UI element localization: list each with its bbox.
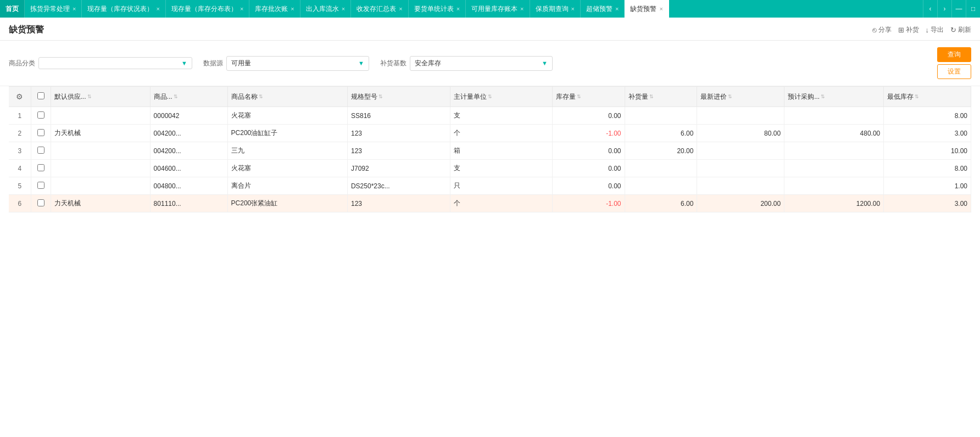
nav-tab-10[interactable]: 超储预警 × [581, 0, 625, 18]
select-all-checkbox[interactable] [37, 92, 44, 99]
table-row: 6 力天机械 801110... PC200张紧油缸 123 个 -1.00 6… [9, 195, 971, 212]
col-min-stock[interactable]: 最低库存 ⇅ [884, 87, 971, 107]
nav-tab-9[interactable]: 保质期查询 × [530, 0, 581, 18]
nav-tab-4[interactable]: 库存批次账 × [249, 0, 300, 18]
share-button[interactable]: ⎋ 分享 [872, 25, 892, 35]
nav-minimize-button[interactable]: — [951, 0, 966, 18]
row-latest-price-4 [697, 160, 784, 177]
nav-next-button[interactable]: › [937, 0, 951, 18]
close-tab-11[interactable]: × [659, 5, 662, 12]
query-button[interactable]: 查询 [937, 47, 971, 62]
nav-tab-7[interactable]: 要货单统计表 × [409, 0, 466, 18]
row-replenish-6: 6.00 [625, 195, 697, 212]
row-unit-5: 只 [450, 177, 553, 195]
row-code-2: 004200... [150, 125, 227, 142]
col-unit[interactable]: 主计量单位 ⇅ [450, 87, 553, 107]
nav-tab-2[interactable]: 现存量（库存状况表） × [82, 0, 165, 18]
table-row: 5 004800... 离合片 DS250*23c... 只 0.00 1.00 [9, 177, 971, 195]
close-tab-8[interactable]: × [520, 5, 524, 12]
export-button[interactable]: ↓ 导出 [926, 25, 944, 35]
nav-bar: 首页 拣货异常处理 × 现存量（库存状况表） × 现存量（库存分布表） × 库存… [0, 0, 980, 18]
row-min-stock-6: 3.00 [884, 195, 971, 212]
page-header: 缺货预警 ⎋ 分享 ⊞ 补货 ↓ 导出 ↻ 刷新 [0, 18, 980, 41]
sort-icon-code: ⇅ [174, 94, 178, 99]
row-unit-4: 支 [450, 160, 553, 177]
close-tab-4[interactable]: × [291, 5, 294, 12]
col-latest-price[interactable]: 最新进价 ⇅ [697, 87, 784, 107]
row-checkbox-5[interactable] [37, 182, 44, 189]
row-num-5: 5 [9, 177, 31, 195]
nav-arrows: ‹ › — □ [923, 0, 980, 18]
col-est-purchase[interactable]: 预计采购... ⇅ [784, 87, 884, 107]
nav-prev-button[interactable]: ‹ [923, 0, 937, 18]
row-stock-2: -1.00 [552, 125, 625, 142]
row-check-5[interactable] [31, 177, 51, 195]
replenish-icon: ⊞ [898, 26, 904, 34]
sort-icon-name: ⇅ [259, 94, 263, 99]
nav-tab-11[interactable]: 缺货预警 × [625, 0, 669, 18]
header-actions: ⎋ 分享 ⊞ 补货 ↓ 导出 ↻ 刷新 [872, 25, 972, 35]
row-checkbox-1[interactable] [37, 111, 44, 119]
row-replenish-2: 6.00 [625, 125, 697, 142]
refresh-button[interactable]: ↻ 刷新 [950, 25, 971, 35]
row-unit-2: 个 [450, 125, 553, 142]
sort-icon-spec: ⇅ [378, 94, 383, 99]
close-tab-7[interactable]: × [456, 5, 460, 12]
row-supplier-4 [51, 160, 150, 177]
nav-tab-3[interactable]: 现存量（库存分布表） × [166, 0, 249, 18]
replenish-select[interactable]: 安全库存 ▼ [410, 56, 553, 71]
replenish-label: 补货基数 [380, 59, 407, 68]
col-stock[interactable]: 库存量 ⇅ [552, 87, 625, 107]
close-tab-2[interactable]: × [156, 5, 159, 12]
close-tab-5[interactable]: × [342, 5, 345, 12]
close-tab-9[interactable]: × [571, 5, 575, 12]
close-tab-3[interactable]: × [240, 5, 243, 12]
row-supplier-1 [51, 107, 150, 125]
row-spec-5: DS250*23c... [347, 177, 450, 195]
col-replenish[interactable]: 补货量 ⇅ [625, 87, 697, 107]
row-checkbox-3[interactable] [37, 147, 44, 154]
col-code[interactable]: 商品... ⇅ [150, 87, 227, 107]
col-supplier[interactable]: 默认供应... ⇅ [51, 87, 150, 107]
row-name-1: 火花塞 [227, 107, 347, 125]
row-est-purchase-4 [784, 160, 884, 177]
row-stock-6: -1.00 [552, 195, 625, 212]
row-est-purchase-1 [784, 107, 884, 125]
col-spec[interactable]: 规格型号 ⇅ [347, 87, 450, 107]
row-check-1[interactable] [31, 107, 51, 125]
nav-tab-5[interactable]: 出入库流水 × [300, 0, 351, 18]
settings-button[interactable]: 设置 [937, 64, 971, 79]
row-code-1: 0000042 [150, 107, 227, 125]
col-name[interactable]: 商品名称 ⇅ [227, 87, 347, 107]
close-tab-10[interactable]: × [615, 5, 619, 12]
row-code-6: 801110... [150, 195, 227, 212]
row-checkbox-2[interactable] [37, 129, 44, 136]
close-tab-1[interactable]: × [73, 5, 76, 12]
row-check-4[interactable] [31, 160, 51, 177]
row-check-6[interactable] [31, 195, 51, 212]
sort-icon-replenish: ⇅ [649, 94, 654, 99]
row-check-2[interactable] [31, 125, 51, 142]
replenish-button[interactable]: ⊞ 补货 [898, 25, 919, 35]
gear-icon[interactable]: ⚙ [14, 91, 25, 102]
row-latest-price-6: 200.00 [697, 195, 784, 212]
nav-maximize-button[interactable]: □ [966, 0, 980, 18]
nav-tab-6[interactable]: 收发存汇总表 × [351, 0, 408, 18]
row-spec-2: 123 [347, 125, 450, 142]
nav-tab-home[interactable]: 首页 [0, 0, 25, 18]
row-checkbox-4[interactable] [37, 164, 44, 171]
row-name-3: 三九 [227, 142, 347, 160]
category-select[interactable]: ▼ [38, 57, 192, 69]
row-checkbox-6[interactable] [37, 199, 44, 206]
close-tab-6[interactable]: × [399, 5, 402, 12]
datasource-select[interactable]: 可用量 ▼ [226, 56, 369, 71]
sort-icon-unit: ⇅ [488, 94, 492, 99]
row-code-4: 004600... [150, 160, 227, 177]
table-body: 1 0000042 火花塞 SS816 支 0.00 8.00 2 力天机械 0… [9, 107, 971, 212]
nav-tab-1[interactable]: 拣货异常处理 × [25, 0, 82, 18]
row-num-3: 3 [9, 142, 31, 160]
row-check-3[interactable] [31, 142, 51, 160]
row-stock-5: 0.00 [552, 177, 625, 195]
nav-tab-8[interactable]: 可用量库存账本 × [466, 0, 530, 18]
sort-icon-est-purchase: ⇅ [821, 94, 825, 99]
